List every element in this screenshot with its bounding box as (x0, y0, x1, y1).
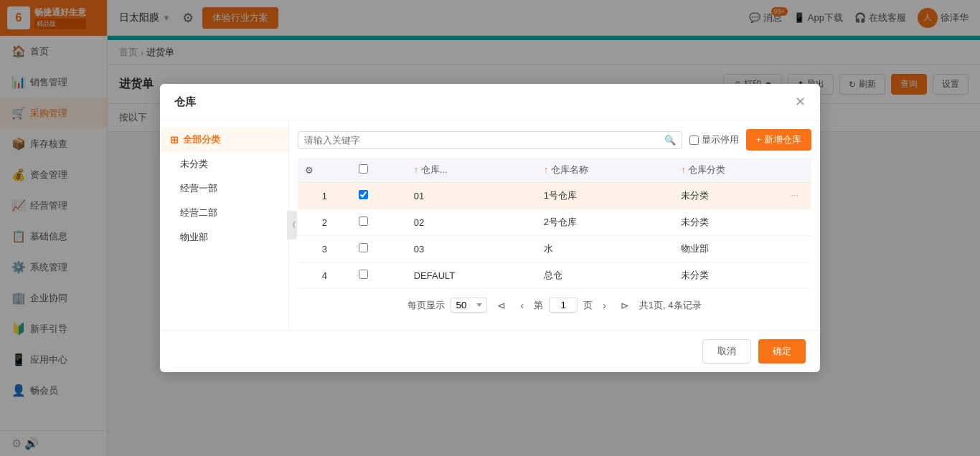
row-category: 物业部 (674, 236, 811, 262)
warehouse-table: ⚙ ↑ 仓库... ↑ (298, 158, 811, 289)
cat-item-unclassified[interactable]: 未分类 (160, 152, 288, 176)
col-code: ↑ 仓库... (407, 158, 537, 183)
confirm-btn[interactable]: 确定 (758, 339, 806, 364)
col-name: ↑ 仓库名称 (537, 158, 674, 183)
row-num: 1 (298, 183, 352, 209)
table-body: 1 01 1号仓库 未分类··· 2 02 2号仓库 未分类 3 03 水 物业… (298, 183, 811, 289)
row-code: 01 (407, 183, 537, 209)
cat-all-item[interactable]: ⊞ 全部分类 (160, 128, 288, 152)
dialog-title: 仓库 (174, 95, 196, 109)
row-name: 总仓 (537, 262, 674, 289)
row-checkbox[interactable] (352, 236, 407, 262)
row-checkbox[interactable] (352, 262, 407, 289)
table-head: ⚙ ↑ 仓库... ↑ (298, 158, 811, 183)
row-category: 未分类··· (674, 183, 811, 209)
row-code: 03 (407, 236, 537, 262)
dialog-overlay: 仓库 ✕ ⊞ 全部分类 未分类 经营一部 经营二部 (0, 0, 980, 456)
row-num: 3 (298, 236, 352, 262)
select-all-checkbox[interactable] (359, 164, 368, 174)
show-disabled-label[interactable]: 显示停用 (689, 133, 739, 146)
row-category: 未分类 (674, 262, 811, 289)
col-checkbox (352, 158, 407, 183)
table-row: 4 DEFAULT 总仓 未分类 (298, 262, 811, 289)
table-toolbar: 🔍 显示停用 + 新增仓库 (298, 129, 811, 151)
row-code: 02 (407, 209, 537, 236)
cat-collapse-btn[interactable]: 《 (287, 211, 297, 239)
warehouse-dialog: 仓库 ✕ ⊞ 全部分类 未分类 经营一部 经营二部 (160, 84, 820, 372)
row-name: 2号仓库 (537, 209, 674, 236)
grid-icon: ⊞ (170, 134, 179, 146)
row-num: 4 (298, 262, 352, 289)
row-category: 未分类 (674, 209, 811, 236)
row-code: DEFAULT (407, 262, 537, 289)
row-checkbox[interactable] (352, 183, 407, 209)
dialog-header: 仓库 ✕ (160, 84, 820, 120)
row-checkbox[interactable] (352, 209, 407, 236)
cat-item-operation2[interactable]: 经营二部 (160, 201, 288, 225)
show-disabled-checkbox[interactable] (689, 136, 699, 145)
search-input[interactable] (304, 135, 660, 146)
col-category: ↑ 仓库分类 (674, 158, 811, 183)
cancel-btn[interactable]: 取消 (702, 339, 751, 364)
per-page-select[interactable]: 50 100 (451, 298, 487, 313)
table-row: 3 03 水 物业部 (298, 236, 811, 262)
pagination: 每页显示 50 100 ⊲ ‹ 第 页 › ⊳ 共1页, 4条记录 (298, 289, 811, 321)
new-warehouse-btn[interactable]: + 新增仓库 (746, 129, 811, 151)
dialog-body: ⊞ 全部分类 未分类 经营一部 经营二部 物业部 《 (160, 120, 820, 330)
table-wrapper: ⚙ ↑ 仓库... ↑ (298, 158, 811, 289)
row-name: 1号仓库 (537, 183, 674, 209)
prev-page-btn[interactable]: ‹ (516, 298, 528, 313)
row-num: 2 (298, 209, 352, 236)
page-number-input[interactable] (549, 298, 578, 313)
cat-item-operation1[interactable]: 经营一部 (160, 176, 288, 201)
search-icon: 🔍 (664, 135, 676, 146)
category-sidebar: ⊞ 全部分类 未分类 经营一部 经营二部 物业部 《 (160, 120, 289, 330)
table-row: 1 01 1号仓库 未分类··· (298, 183, 811, 209)
dialog-footer: 取消 确定 (160, 330, 820, 372)
search-box: 🔍 (298, 131, 682, 149)
last-page-btn[interactable]: ⊳ (616, 298, 633, 313)
cat-item-property[interactable]: 物业部 (160, 225, 288, 250)
dialog-close-btn[interactable]: ✕ (795, 94, 806, 110)
col-gear: ⚙ (298, 158, 352, 183)
table-area: 🔍 显示停用 + 新增仓库 ⚙ (289, 120, 820, 330)
more-btn[interactable]: ··· (791, 189, 798, 200)
gear-col-icon: ⚙ (305, 165, 314, 176)
next-page-btn[interactable]: › (598, 298, 611, 313)
row-name: 水 (537, 236, 674, 262)
table-row: 2 02 2号仓库 未分类 (298, 209, 811, 236)
first-page-btn[interactable]: ⊲ (493, 298, 510, 313)
